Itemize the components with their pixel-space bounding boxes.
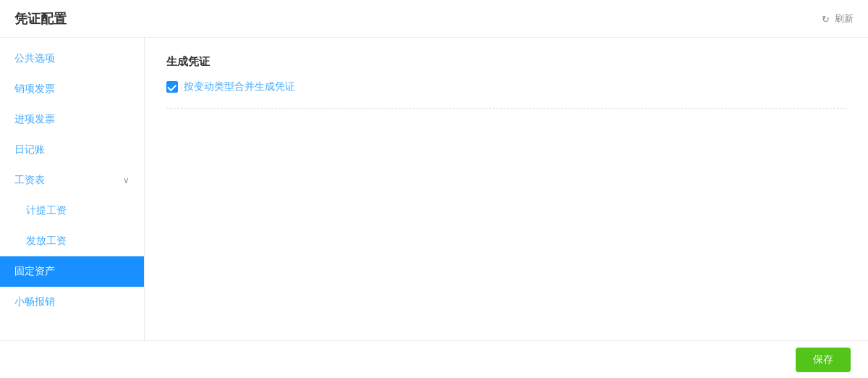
sidebar-item-public[interactable]: 公共选项 xyxy=(0,43,144,74)
divider xyxy=(166,108,846,109)
content-area: 生成凭证 按变动类型合并生成凭证 xyxy=(145,38,868,340)
sidebar-item-payroll[interactable]: 工资表∨ xyxy=(0,165,144,196)
save-button[interactable]: 保存 xyxy=(796,348,851,372)
sidebar-label: 小畅报销 xyxy=(14,295,55,308)
page-title: 凭证配置 xyxy=(14,10,67,28)
sidebar-label: 公共选项 xyxy=(14,52,55,65)
sidebar-item-journal[interactable]: 日记账 xyxy=(0,135,144,165)
sidebar-label: 发放工资 xyxy=(26,235,67,248)
footer: 保存 xyxy=(0,340,868,378)
sidebar-label: 计提工资 xyxy=(26,204,67,217)
sidebar: 公共选项销项发票进项发票日记账工资表∨计提工资发放工资固定资产小畅报销 xyxy=(0,38,145,340)
refresh-label: 刷新 xyxy=(835,12,854,25)
merge-checkbox[interactable] xyxy=(166,81,178,93)
checkbox-row: 按变动类型合并生成凭证 xyxy=(166,80,846,93)
sidebar-item-payroll-accrual[interactable]: 计提工资 xyxy=(0,196,144,226)
sidebar-label: 固定资产 xyxy=(14,265,55,278)
chevron-down-icon: ∨ xyxy=(123,175,129,185)
sidebar-item-purchase-invoice[interactable]: 进项发票 xyxy=(0,104,144,135)
refresh-button[interactable]: ↻ 刷新 xyxy=(822,12,854,25)
sidebar-label: 工资表 xyxy=(14,174,45,187)
sidebar-item-expense[interactable]: 小畅报销 xyxy=(0,287,144,317)
main-layout: 公共选项销项发票进项发票日记账工资表∨计提工资发放工资固定资产小畅报销 生成凭证… xyxy=(0,38,868,340)
sidebar-item-fixed-assets[interactable]: 固定资产 xyxy=(0,256,144,287)
sidebar-label: 日记账 xyxy=(14,143,45,156)
checkbox-label[interactable]: 按变动类型合并生成凭证 xyxy=(184,80,295,93)
sidebar-item-payroll-release[interactable]: 发放工资 xyxy=(0,226,144,256)
sidebar-label: 进项发票 xyxy=(14,113,55,126)
header: 凭证配置 ↻ 刷新 xyxy=(0,0,868,38)
sidebar-label: 销项发票 xyxy=(14,83,55,96)
sidebar-item-sales-invoice[interactable]: 销项发票 xyxy=(0,74,144,104)
refresh-icon: ↻ xyxy=(822,14,832,24)
section-title: 生成凭证 xyxy=(166,55,846,69)
